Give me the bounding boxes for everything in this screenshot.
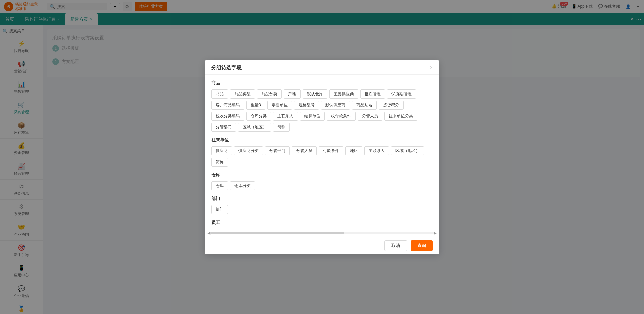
field-tag[interactable]: 批次管理 (360, 89, 385, 99)
scroll-left-arrow[interactable]: ◀ (207, 231, 210, 235)
field-tag[interactable]: 结算单位 (300, 112, 325, 121)
field-tag[interactable]: 商品类型 (230, 89, 255, 99)
section-goods: 商品 商品商品类型商品分类产地默认仓库主要供应商批次管理保质期管理客户商品编码重… (211, 80, 433, 132)
field-tag[interactable]: 收付款条件 (327, 112, 356, 121)
section-warehouse: 仓库 仓库仓库分类 (211, 172, 433, 190)
modal-title: 分组待选字段 (211, 65, 241, 71)
section-employee-title: 员工 (211, 219, 433, 226)
field-tag[interactable]: 简称 (273, 123, 290, 132)
section-counterpart-title: 往来单位 (211, 137, 433, 143)
confirm-button[interactable]: 查询 (411, 240, 433, 251)
section-department-title: 部门 (211, 196, 433, 202)
field-tag[interactable]: 区域（地区） (391, 146, 424, 155)
section-counterpart: 往来单位 供应商供应商分类分管部门分管人员付款条件地区主联系人区域（地区）简称 (211, 137, 433, 167)
field-tag[interactable]: 产地 (284, 89, 301, 99)
field-tag[interactable]: 仓库分类 (246, 112, 271, 121)
field-tag[interactable]: 主联系人 (364, 146, 389, 155)
modal-scroll-thumb (210, 232, 344, 234)
warehouse-field-tags: 仓库仓库分类 (211, 181, 433, 190)
field-tag[interactable]: 商品分类 (257, 89, 282, 99)
field-tag[interactable]: 往来单位分类 (384, 112, 417, 121)
section-goods-title: 商品 (211, 80, 433, 86)
field-tag[interactable]: 分管部门 (265, 146, 290, 155)
modal-scroll-track (210, 232, 434, 234)
field-tag[interactable]: 区域（地区） (238, 123, 271, 132)
field-tag[interactable]: 分管部门 (211, 123, 236, 132)
field-tag[interactable]: 客户商品编码 (211, 101, 244, 110)
field-tag[interactable]: 供应商分类 (234, 146, 263, 155)
cancel-button[interactable]: 取消 (384, 240, 407, 251)
modal-header: 分组待选字段 × (205, 60, 439, 75)
section-employee: 员工 业务员 (211, 219, 433, 229)
scroll-right-arrow[interactable]: ▶ (434, 231, 437, 235)
section-department: 部门 部门 (211, 196, 433, 214)
modal-close-button[interactable]: × (430, 65, 433, 71)
field-tag[interactable]: 简称 (211, 158, 228, 167)
field-tag[interactable]: 拣货积分 (379, 101, 404, 110)
field-tag[interactable]: 仓库分类 (230, 181, 255, 190)
field-tag[interactable]: 默认供应商 (321, 101, 350, 110)
field-tag[interactable]: 默认仓库 (303, 89, 327, 99)
goods-field-tags: 商品商品类型商品分类产地默认仓库主要供应商批次管理保质期管理客户商品编码重量3零… (211, 89, 433, 132)
field-select-modal: 分组待选字段 × 商品 商品商品类型商品分类产地默认仓库主要供应商批次管理保质期… (205, 60, 439, 254)
field-tag[interactable]: 零售单位 (267, 101, 292, 110)
field-tag[interactable]: 商品别名 (352, 101, 377, 110)
field-tag[interactable]: 地区 (345, 146, 362, 155)
modal-overlay: 分组待选字段 × 商品 商品商品类型商品分类产地默认仓库主要供应商批次管理保质期… (0, 0, 644, 314)
field-tag[interactable]: 仓库 (211, 181, 228, 190)
modal-scrollbar[interactable]: ◀ ▶ (205, 229, 439, 237)
field-tag[interactable]: 主联系人 (273, 112, 298, 121)
field-tag[interactable]: 主要供应商 (329, 89, 358, 99)
field-tag[interactable]: 商品 (211, 89, 228, 99)
section-warehouse-title: 仓库 (211, 172, 433, 178)
field-tag[interactable]: 保质期管理 (387, 89, 416, 99)
department-field-tags: 部门 (211, 205, 433, 214)
field-tag[interactable]: 分管人员 (358, 112, 382, 121)
field-tag[interactable]: 付款条件 (319, 146, 343, 155)
field-tag[interactable]: 重量3 (246, 101, 265, 110)
field-tag[interactable]: 部门 (211, 205, 228, 214)
field-tag[interactable]: 供应商 (211, 146, 232, 155)
field-tag[interactable]: 税收分类编码 (211, 112, 244, 121)
counterpart-field-tags: 供应商供应商分类分管部门分管人员付款条件地区主联系人区域（地区）简称 (211, 146, 433, 167)
modal-footer: 取消 查询 (205, 237, 439, 254)
field-tag[interactable]: 规格型号 (294, 101, 319, 110)
modal-body: 商品 商品商品类型商品分类产地默认仓库主要供应商批次管理保质期管理客户商品编码重… (205, 75, 439, 229)
field-tag[interactable]: 分管人员 (292, 146, 317, 155)
